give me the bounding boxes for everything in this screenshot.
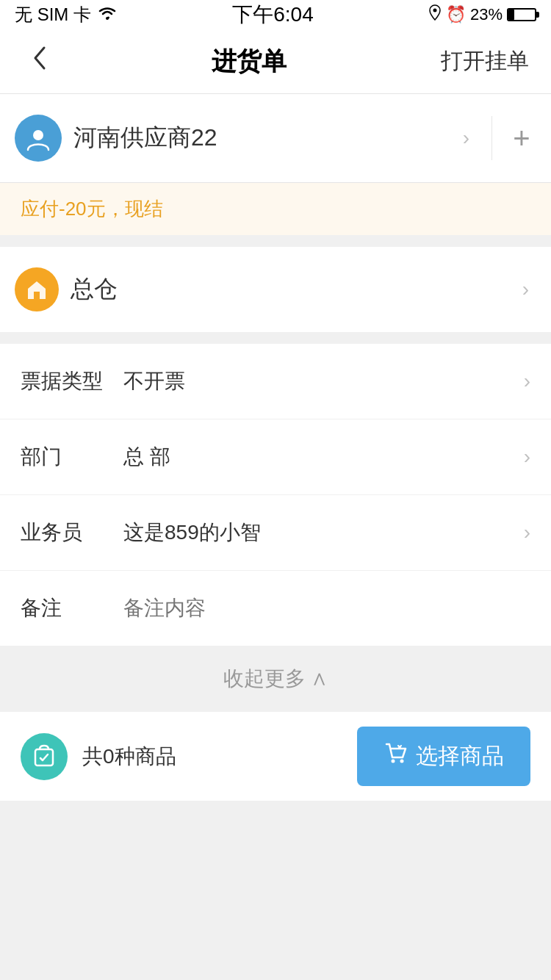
battery-icon xyxy=(507,8,536,21)
department-label: 部门 xyxy=(21,443,109,471)
salesperson-label: 业务员 xyxy=(21,519,109,547)
alarm-icon: ⏰ xyxy=(446,5,466,24)
remark-input[interactable] xyxy=(109,597,530,620)
bottom-bar: 共0种商品 选择商品 xyxy=(0,712,551,801)
select-product-button[interactable]: 选择商品 xyxy=(357,727,530,786)
svg-point-1 xyxy=(433,9,436,12)
remark-label: 备注 xyxy=(21,594,109,622)
invoice-type-chevron-icon: › xyxy=(524,370,530,393)
invoice-type-label: 票据类型 xyxy=(21,367,109,395)
status-time: 下午6:04 xyxy=(232,1,314,29)
battery-percent: 23% xyxy=(470,5,503,24)
svg-rect-3 xyxy=(34,292,40,299)
collapse-bar[interactable]: 收起更多 ∧ xyxy=(0,646,551,712)
status-left: 无 SIM 卡 xyxy=(15,3,118,26)
supplier-row[interactable]: 河南供应商22 › xyxy=(0,94,491,182)
warehouse-chevron-icon: › xyxy=(522,278,536,301)
back-button[interactable] xyxy=(22,35,57,88)
cart-icon xyxy=(383,741,408,771)
warehouse-icon xyxy=(15,267,59,311)
nav-title: 进货单 xyxy=(212,45,287,79)
warehouse-name: 总仓 xyxy=(71,273,511,306)
salesperson-value: 这是859的小智 xyxy=(109,519,524,547)
department-row[interactable]: 部门 总 部 › xyxy=(0,419,551,495)
open-pending-button[interactable]: 打开挂单 xyxy=(441,46,529,76)
svg-point-2 xyxy=(33,130,43,140)
notice-bar: 应付-20元，现结 xyxy=(0,183,551,235)
warehouse-row[interactable]: 总仓 › xyxy=(0,247,551,332)
nav-bar: 进货单 打开挂单 xyxy=(0,29,551,94)
add-supplier-button[interactable]: + xyxy=(492,122,551,155)
svg-point-0 xyxy=(106,17,109,20)
status-right: ⏰ 23% xyxy=(428,4,536,25)
select-product-label: 选择商品 xyxy=(416,741,504,771)
notice-text: 应付-20元，现结 xyxy=(21,198,163,220)
product-icon xyxy=(21,733,68,780)
product-count: 共0种商品 xyxy=(68,743,357,771)
supplier-avatar xyxy=(15,115,62,162)
supplier-chevron-icon: › xyxy=(463,126,477,150)
svg-point-6 xyxy=(400,760,404,763)
supplier-name: 河南供应商22 xyxy=(73,122,451,154)
sim-label: 无 SIM 卡 xyxy=(15,3,91,26)
supplier-section: 河南供应商22 › + xyxy=(0,94,551,183)
salesperson-chevron-icon: › xyxy=(524,521,530,544)
invoice-type-value: 不开票 xyxy=(109,367,524,395)
svg-point-5 xyxy=(392,760,395,763)
location-icon xyxy=(428,4,442,25)
form-section: 票据类型 不开票 › 部门 总 部 › 业务员 这是859的小智 › 备注 xyxy=(0,344,551,646)
status-bar: 无 SIM 卡 下午6:04 ⏰ 23% xyxy=(0,0,551,29)
remark-row: 备注 xyxy=(0,571,551,646)
department-chevron-icon: › xyxy=(524,445,530,469)
department-value: 总 部 xyxy=(109,443,524,471)
salesperson-row[interactable]: 业务员 这是859的小智 › xyxy=(0,495,551,571)
wifi-icon xyxy=(97,4,118,25)
invoice-type-row[interactable]: 票据类型 不开票 › xyxy=(0,344,551,419)
